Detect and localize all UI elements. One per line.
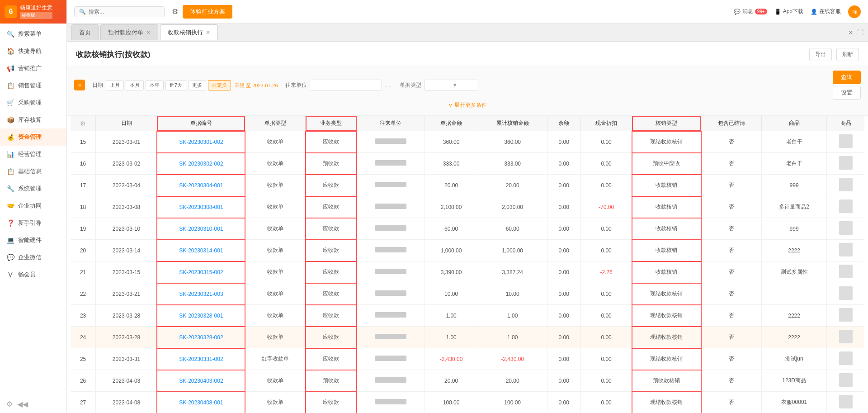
cell-verify-type: 收款核销 <box>632 196 701 218</box>
doc-no-link[interactable]: SK-20230302-002 <box>179 161 223 167</box>
cell-discount: 0.00 <box>580 283 632 305</box>
sidebar-label-marketing: 营销推广 <box>18 64 42 72</box>
cell-amount: -2,430.00 <box>425 348 478 370</box>
cell-doc-no: SK-20230314-001 <box>157 240 245 261</box>
guide-icon: ❓ <box>6 219 14 227</box>
sidebar-label-finance: 资金管理 <box>18 133 42 141</box>
doc-no-link[interactable]: SK-20230315-002 <box>179 269 223 275</box>
cell-goods2 <box>827 240 864 261</box>
doc-no-link[interactable]: SK-20230328-002 <box>179 334 223 341</box>
doc-no-link[interactable]: SK-20230408-001 <box>179 399 223 406</box>
cell-include: 否 <box>701 175 761 196</box>
sidebar-item-enterprise[interactable]: 🤝企业协同 <box>0 197 66 214</box>
date-this-month[interactable]: 本月 <box>126 80 144 90</box>
doc-no-link[interactable]: SK-20230308-001 <box>179 204 223 210</box>
th-gear[interactable]: ⚙ <box>71 116 96 131</box>
sidebar-label-basic: 基础信息 <box>18 167 42 176</box>
cell-balance: 0.00 <box>547 196 580 218</box>
doc-no-link[interactable]: SK-20230310-001 <box>179 226 223 232</box>
doctype-select[interactable]: ▼ <box>424 80 478 90</box>
sidebar-item-inventory[interactable]: 📦库存核算 <box>0 111 66 128</box>
setting-button[interactable]: 设置 <box>833 86 861 100</box>
th-balance: 余额 <box>547 116 580 131</box>
cell-goods2 <box>827 175 864 196</box>
tab-close-all-icon[interactable]: ✕ <box>848 29 854 36</box>
doc-no-link[interactable]: SK-20230301-002 <box>179 139 223 145</box>
cell-amount: 20.00 <box>425 175 478 196</box>
table-wrapper: ⚙ 日期 单据编号 单据类型 业务类型 往来单位 单据金额 累计核销金额 余额 … <box>67 116 868 413</box>
doc-no-link[interactable]: SK-20230321-003 <box>179 291 223 297</box>
app-download-action[interactable]: 📱 App下载 <box>774 8 803 15</box>
sidebar-label-inventory: 库存核算 <box>18 116 42 124</box>
date-more[interactable]: 更多 <box>188 80 206 90</box>
cell-include: 否 <box>701 153 761 175</box>
cell-goods2 <box>827 218 864 240</box>
filter-action-btns: 查询 设置 <box>833 71 861 100</box>
tab-home[interactable]: 首页 <box>71 24 99 40</box>
date-this-year[interactable]: 本年 <box>146 80 164 90</box>
cell-date: 2023-03-31 <box>96 348 157 370</box>
cell-no: 21 <box>71 261 96 283</box>
doc-no-link[interactable]: SK-20230328-001 <box>179 313 223 319</box>
settings-icon[interactable]: ⚙ <box>6 400 13 408</box>
sidebar-item-guide[interactable]: ❓新手引导 <box>0 214 66 232</box>
sidebar-item-finance[interactable]: 💰资金管理 <box>0 128 66 146</box>
cell-goods1: 老白干 <box>761 131 826 153</box>
sidebar-item-hardware[interactable]: 💻智能硬件 <box>0 232 66 249</box>
cell-balance: 0.00 <box>547 240 580 261</box>
filter-toggle[interactable]: » <box>74 80 85 90</box>
search-icon: 🔍 <box>6 30 14 38</box>
app-icon: 📱 <box>774 9 781 15</box>
query-button[interactable]: 查询 <box>833 71 861 84</box>
tab-collection-close[interactable]: ✕ <box>206 29 210 36</box>
th-include: 包含已结清 <box>701 116 761 131</box>
expand-label: 展开更多条件 <box>454 101 487 109</box>
cell-include: 否 <box>701 392 761 413</box>
date-last-month[interactable]: 上月 <box>106 80 124 90</box>
search-input[interactable] <box>89 9 156 15</box>
doc-no-link[interactable]: SK-20230331-002 <box>179 356 223 362</box>
topbar-search[interactable]: 🔍 <box>74 6 165 17</box>
cell-doc-no: SK-20230331-002 <box>157 348 245 370</box>
gear-col-icon[interactable]: ⚙ <box>80 120 86 127</box>
industry-btn[interactable]: 体验行业方案 <box>183 5 232 19</box>
expand-filter-btn[interactable]: ∨ 展开更多条件 <box>74 101 861 109</box>
doc-no-link[interactable]: SK-20230304-001 <box>179 182 223 189</box>
sidebar-item-member[interactable]: V畅会员 <box>0 266 66 283</box>
tab-payable[interactable]: 预付款应付单 ✕ <box>100 24 158 40</box>
tab-payable-close[interactable]: ✕ <box>146 29 151 36</box>
sidebar-item-sales[interactable]: 📋销售管理 <box>0 77 66 94</box>
cell-verify-type: 预收中应收 <box>632 153 701 175</box>
sidebar-item-marketing[interactable]: 📢营销推广 <box>0 60 66 77</box>
export-button[interactable]: 导出 <box>809 48 832 61</box>
sidebar-item-system[interactable]: 🔧系统管理 <box>0 180 66 197</box>
app-download-label: App下载 <box>783 8 803 15</box>
tab-collection[interactable]: 收款核销执行 ✕ <box>160 24 218 40</box>
refresh-button[interactable]: 刷新 <box>836 48 859 61</box>
date-custom[interactable]: 自定义 <box>208 80 231 90</box>
sidebar-label-operation: 经营管理 <box>18 150 42 158</box>
cell-doc-no: SK-20230408-001 <box>157 392 245 413</box>
cell-doc-no: SK-20230301-002 <box>157 131 245 153</box>
gear-icon[interactable]: ⚙ <box>172 7 178 16</box>
tab-fullscreen-icon[interactable]: ⛶ <box>857 29 863 36</box>
cell-unit <box>357 131 425 153</box>
doc-no-link[interactable]: SK-20230314-001 <box>179 247 223 254</box>
sidebar-item-wechat[interactable]: 💬企业微信 <box>0 249 66 266</box>
sidebar-item-search[interactable]: 🔍搜索菜单 <box>0 25 66 43</box>
sidebar-item-nav[interactable]: 🏠快捷导航 <box>0 43 66 60</box>
unit-input[interactable] <box>310 80 382 90</box>
avatar[interactable]: Rit <box>848 5 861 18</box>
sidebar-item-operation[interactable]: 📊经营管理 <box>0 146 66 163</box>
sidebar-item-basic[interactable]: 📋基础信息 <box>0 163 66 180</box>
sidebar-item-purchase[interactable]: 🛒采购管理 <box>0 94 66 111</box>
cell-no: 16 <box>71 153 96 175</box>
collapse-icon[interactable]: ◀◀ <box>17 400 28 408</box>
date-7days[interactable]: 近7天 <box>165 80 186 90</box>
page-actions: 导出 刷新 <box>809 48 859 61</box>
doc-no-link[interactable]: SK-20230403-002 <box>179 378 223 384</box>
message-action[interactable]: 💬 消息 99+ <box>734 8 767 15</box>
cell-cum-amount: 333.00 <box>478 153 547 175</box>
online-service-action[interactable]: 👤 在线客服 <box>811 8 841 15</box>
cell-amount: 3,390.00 <box>425 261 478 283</box>
